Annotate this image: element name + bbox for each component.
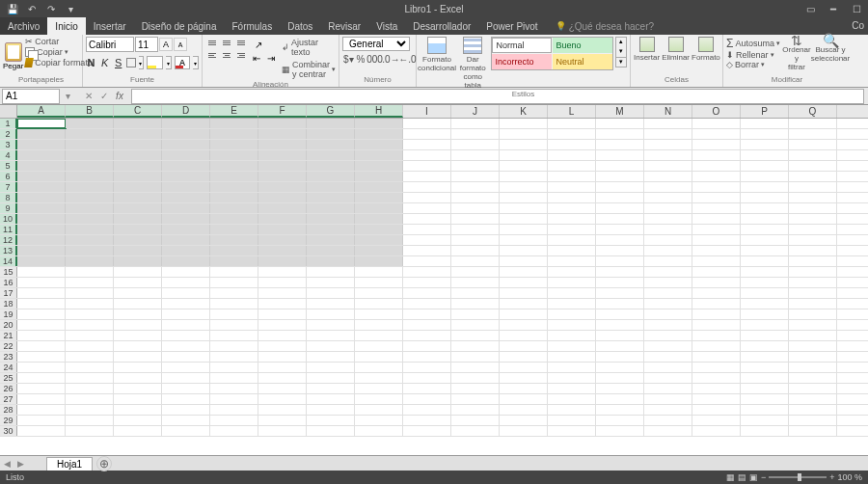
row-header-25[interactable]: 25 [0, 373, 17, 383]
cell-F29[interactable] [258, 416, 307, 425]
cell-A15[interactable] [17, 267, 66, 277]
cell-Q21[interactable] [789, 331, 837, 340]
cell-E15[interactable] [210, 267, 258, 277]
cell-B26[interactable] [66, 384, 114, 393]
cell-F14[interactable] [258, 256, 307, 266]
col-header-O[interactable]: O [692, 105, 741, 118]
col-header-B[interactable]: B [66, 105, 114, 118]
row-header-21[interactable]: 21 [0, 331, 17, 340]
sort-filter-button[interactable]: ⇅Ordenar y filtrar [782, 37, 811, 71]
cell-M27[interactable] [596, 394, 644, 404]
cell-I4[interactable] [403, 150, 451, 160]
cell-E6[interactable] [210, 172, 258, 181]
cell-N30[interactable] [644, 426, 692, 436]
cell-I22[interactable] [403, 341, 451, 351]
cell-N14[interactable] [644, 256, 692, 266]
enter-formula-icon[interactable]: ✓ [96, 89, 112, 104]
cell-D25[interactable] [162, 373, 210, 383]
cell-C12[interactable] [114, 235, 162, 245]
add-sheet-button[interactable]: ⊕ [96, 456, 112, 471]
paste-button[interactable]: Pegar [3, 37, 23, 75]
cell-Q8[interactable] [789, 193, 837, 202]
cell-C16[interactable] [114, 278, 162, 287]
cell-L1[interactable] [548, 119, 596, 128]
cell-D11[interactable] [162, 225, 210, 234]
cell-O20[interactable] [692, 320, 741, 330]
cell-B12[interactable] [66, 235, 114, 245]
cell-A26[interactable] [17, 384, 66, 393]
cell-A18[interactable] [17, 299, 66, 309]
cell-F8[interactable] [258, 193, 307, 202]
cell-L14[interactable] [548, 256, 596, 266]
cell-I10[interactable] [403, 214, 451, 224]
cell-Q15[interactable] [789, 267, 837, 277]
cell-O25[interactable] [692, 373, 741, 383]
cell-B20[interactable] [66, 320, 114, 330]
cell-J4[interactable] [451, 150, 500, 160]
cell-H15[interactable] [355, 267, 403, 277]
cell-P11[interactable] [741, 225, 789, 234]
cell-I13[interactable] [403, 246, 451, 255]
cell-H1[interactable] [355, 119, 403, 128]
row-header-19[interactable]: 19 [0, 309, 17, 319]
cell-I8[interactable] [403, 193, 451, 202]
cell-E7[interactable] [210, 182, 258, 192]
col-header-I[interactable]: I [403, 105, 451, 118]
cell-D16[interactable] [162, 278, 210, 287]
cell-D18[interactable] [162, 299, 210, 309]
cell-A16[interactable] [17, 278, 66, 287]
name-box[interactable]: A1 [2, 89, 60, 104]
cell-L28[interactable] [548, 405, 596, 415]
cell-I6[interactable] [403, 172, 451, 181]
cell-O16[interactable] [692, 278, 741, 287]
cell-D7[interactable] [162, 182, 210, 192]
share-button[interactable]: Co [852, 17, 864, 35]
cell-F30[interactable] [258, 426, 307, 436]
cell-G7[interactable] [307, 182, 355, 192]
view-normal-icon[interactable]: ▦ [726, 472, 735, 482]
cell-E21[interactable] [210, 331, 258, 340]
cell-I5[interactable] [403, 161, 451, 171]
col-header-L[interactable]: L [548, 105, 596, 118]
cell-D23[interactable] [162, 352, 210, 362]
cell-L3[interactable] [548, 140, 596, 149]
cell-F23[interactable] [258, 352, 307, 362]
cell-C1[interactable] [114, 119, 162, 128]
row-header-11[interactable]: 11 [0, 225, 17, 234]
col-header-P[interactable]: P [741, 105, 789, 118]
cell-D9[interactable] [162, 203, 210, 213]
cell-D5[interactable] [162, 161, 210, 171]
cell-N17[interactable] [644, 288, 692, 298]
cell-D22[interactable] [162, 341, 210, 351]
cell-G17[interactable] [307, 288, 355, 298]
cell-Q6[interactable] [789, 172, 837, 181]
cell-N15[interactable] [644, 267, 692, 277]
cell-A17[interactable] [17, 288, 66, 298]
cell-O30[interactable] [692, 426, 741, 436]
cell-K14[interactable] [500, 256, 548, 266]
cell-F7[interactable] [258, 182, 307, 192]
cell-M5[interactable] [596, 161, 644, 171]
cell-N27[interactable] [644, 394, 692, 404]
cell-H22[interactable] [355, 341, 403, 351]
cell-O21[interactable] [692, 331, 741, 340]
cell-K29[interactable] [500, 416, 548, 425]
cell-F27[interactable] [258, 394, 307, 404]
cell-N12[interactable] [644, 235, 692, 245]
fill-color-dropdown[interactable]: ▾ [166, 56, 172, 69]
cell-E26[interactable] [210, 384, 258, 393]
cell-F10[interactable] [258, 214, 307, 224]
cell-J23[interactable] [451, 352, 500, 362]
cell-G12[interactable] [307, 235, 355, 245]
cell-K8[interactable] [500, 193, 548, 202]
cell-Q16[interactable] [789, 278, 837, 287]
cell-E4[interactable] [210, 150, 258, 160]
cell-J28[interactable] [451, 405, 500, 415]
col-header-F[interactable]: F [258, 105, 307, 118]
cell-L10[interactable] [548, 214, 596, 224]
cell-E23[interactable] [210, 352, 258, 362]
cell-C20[interactable] [114, 320, 162, 330]
cell-K26[interactable] [500, 384, 548, 393]
fill-color-button[interactable] [147, 56, 163, 69]
cell-A13[interactable] [17, 246, 66, 255]
